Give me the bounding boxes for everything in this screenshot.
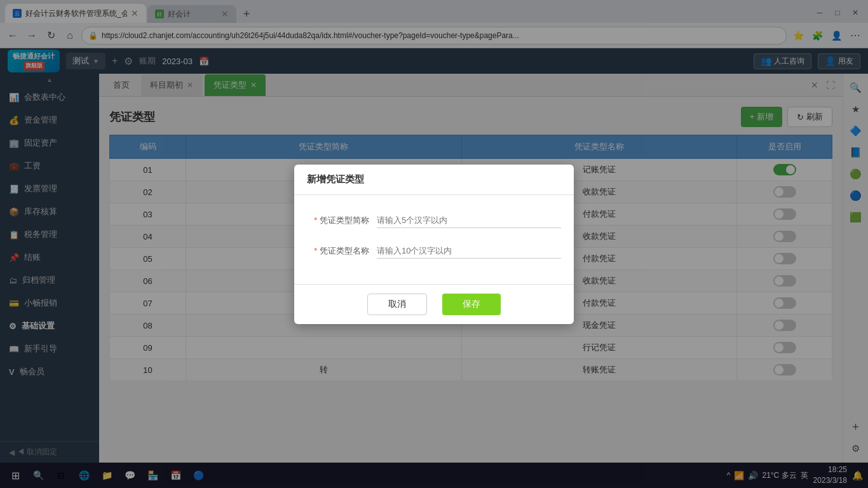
name-label: * 凭证类型名称 bbox=[307, 245, 377, 257]
modal-header: 新增凭证类型 bbox=[294, 165, 574, 195]
modal-dialog: 新增凭证类型 * 凭证类型简称 * 凭证类型名称 取消 保存 bbox=[294, 165, 574, 324]
name-input[interactable] bbox=[377, 243, 561, 259]
modal-footer: 取消 保存 bbox=[294, 284, 574, 324]
abbr-input[interactable] bbox=[377, 213, 561, 228]
modal-body: * 凭证类型简称 * 凭证类型名称 bbox=[294, 195, 574, 284]
abbr-row: * 凭证类型简称 bbox=[307, 213, 561, 228]
abbr-label: * 凭证类型简称 bbox=[307, 215, 377, 226]
cancel-button[interactable]: 取消 bbox=[367, 294, 427, 315]
modal-title: 新增凭证类型 bbox=[307, 173, 364, 184]
name-row: * 凭证类型名称 bbox=[307, 243, 561, 259]
modal-overlay: 新增凭证类型 * 凭证类型简称 * 凭证类型名称 取消 保存 bbox=[0, 0, 868, 488]
save-button[interactable]: 保存 bbox=[442, 294, 501, 315]
